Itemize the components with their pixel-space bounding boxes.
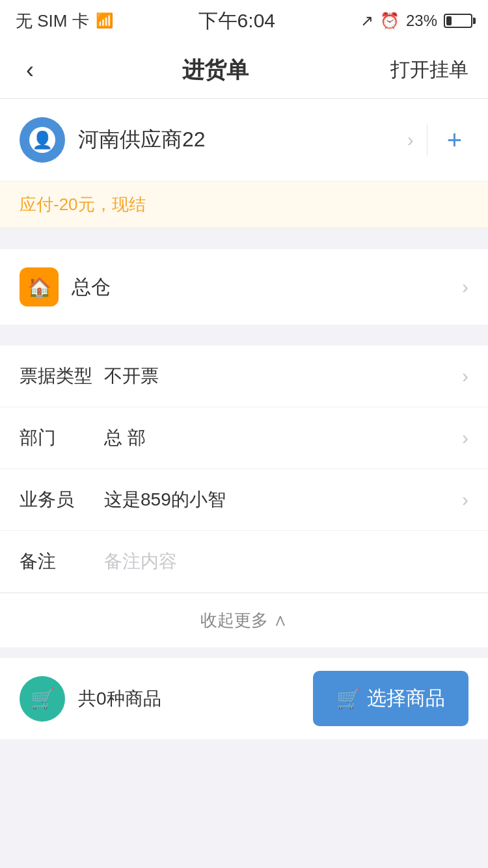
warehouse-icon: 🏠 bbox=[20, 267, 59, 306]
dept-label: 部门 bbox=[20, 426, 104, 450]
status-left: 无 SIM 卡 📶 bbox=[16, 10, 113, 33]
separator-2 bbox=[0, 335, 488, 346]
select-product-label: 选择商品 bbox=[367, 685, 445, 712]
carrier-label: 无 SIM 卡 bbox=[16, 10, 89, 33]
notice-bar: 应付-20元，现结 bbox=[0, 182, 488, 228]
supplier-card: 👤 河南供应商22 › + 应付-20元，现结 bbox=[0, 99, 488, 228]
status-bar: 无 SIM 卡 📶 下午6:04 ↗ ⏰ 23% bbox=[0, 0, 488, 42]
alarm-icon: ⏰ bbox=[380, 12, 400, 30]
salesperson-value: 这是859的小智 bbox=[104, 487, 462, 512]
supplier-name: 河南供应商22 bbox=[78, 126, 407, 154]
invoice-label: 票据类型 bbox=[20, 364, 104, 388]
invoice-chevron-icon: › bbox=[462, 365, 468, 387]
notice-text: 应付-20元，现结 bbox=[20, 195, 146, 214]
separator-1 bbox=[0, 239, 488, 249]
cart-plus-icon: 🛒 bbox=[336, 687, 360, 710]
product-icon-wrap: 🛒 bbox=[20, 676, 65, 722]
person-icon: 👤 bbox=[32, 130, 53, 150]
remark-input[interactable]: 备注内容 bbox=[104, 549, 468, 574]
back-button[interactable]: ‹ bbox=[20, 50, 40, 90]
salesperson-row[interactable]: 业务员 这是859的小智 › bbox=[0, 469, 488, 531]
form-card: 票据类型 不开票 › 部门 总 部 › 业务员 这是859的小智 › 备注 备注… bbox=[0, 346, 488, 647]
status-right: ↗ ⏰ 23% bbox=[360, 12, 472, 30]
supplier-chevron-icon: › bbox=[407, 129, 414, 151]
content: 👤 河南供应商22 › + 应付-20元，现结 🏠 总仓 › bbox=[0, 99, 488, 739]
wifi-icon: 📶 bbox=[96, 12, 113, 29]
salesperson-chevron-icon: › bbox=[462, 489, 468, 511]
remark-row[interactable]: 备注 备注内容 bbox=[0, 531, 488, 593]
add-button[interactable]: + bbox=[441, 126, 468, 155]
remark-label: 备注 bbox=[20, 549, 104, 574]
dept-row[interactable]: 部门 总 部 › bbox=[0, 407, 488, 469]
invoice-value: 不开票 bbox=[104, 364, 462, 388]
collapse-label: 收起更多 ∧ bbox=[200, 609, 287, 632]
select-product-button[interactable]: 🛒 选择商品 bbox=[313, 671, 468, 726]
product-icon: 🛒 bbox=[31, 687, 55, 710]
warehouse-row[interactable]: 🏠 总仓 › bbox=[0, 249, 488, 325]
house-icon: 🏠 bbox=[27, 276, 51, 299]
page-title: 进货单 bbox=[182, 55, 249, 85]
time-label: 下午6:04 bbox=[198, 8, 275, 34]
bottom-bar: 🛒 共0种商品 🛒 选择商品 bbox=[0, 658, 488, 739]
nav-bar: ‹ 进货单 打开挂单 bbox=[0, 42, 488, 99]
supplier-right-icons: › + bbox=[407, 124, 468, 156]
invoice-row[interactable]: 票据类型 不开票 › bbox=[0, 346, 488, 407]
warehouse-chevron-icon: › bbox=[462, 276, 468, 298]
dept-value: 总 部 bbox=[104, 426, 462, 450]
open-pending-button[interactable]: 打开挂单 bbox=[390, 57, 468, 83]
battery-percent: 23% bbox=[406, 12, 437, 30]
supplier-row[interactable]: 👤 河南供应商22 › + bbox=[0, 99, 488, 182]
warehouse-name: 总仓 bbox=[72, 274, 462, 301]
avatar-inner: 👤 bbox=[29, 127, 55, 153]
supplier-avatar: 👤 bbox=[20, 117, 65, 163]
warehouse-card[interactable]: 🏠 总仓 › bbox=[0, 249, 488, 325]
salesperson-label: 业务员 bbox=[20, 487, 104, 512]
dept-chevron-icon: › bbox=[462, 427, 468, 449]
vertical-divider bbox=[427, 124, 427, 156]
battery-icon bbox=[444, 14, 472, 28]
product-count: 共0种商品 bbox=[78, 686, 313, 711]
collapse-button[interactable]: 收起更多 ∧ bbox=[0, 593, 488, 647]
location-icon: ↗ bbox=[360, 12, 373, 30]
